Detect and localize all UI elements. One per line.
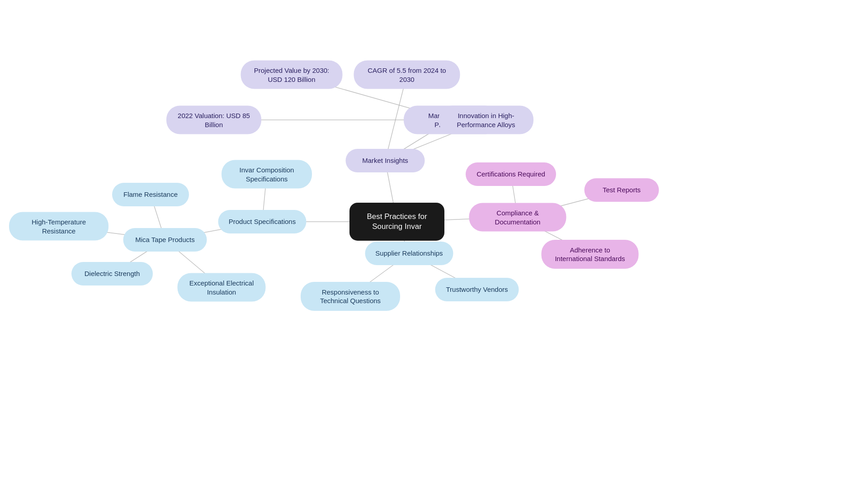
node-dielectric: Dielectric Strength [71, 262, 153, 285]
node-valuation_2022: 2022 Valuation: USD 85 Billion [166, 106, 261, 134]
node-center: Best Practices for Sourcing Invar [349, 203, 444, 241]
node-cagr: CAGR of 5.5 from 2024 to 2030 [354, 61, 460, 89]
node-projected_value: Projected Value by 2030: USD 120 Billion [241, 61, 343, 89]
node-product_specs: Product Specifications [218, 210, 307, 233]
node-supplier_rel: Supplier Relationships [365, 242, 453, 265]
node-trustworthy: Trustworthy Vendors [435, 278, 519, 301]
node-adherence: Adherence to International Standards [542, 240, 639, 269]
node-market_insights: Market Insights [346, 149, 425, 172]
node-certifications: Certifications Required [466, 162, 556, 186]
node-flame_resist: Flame Resistance [112, 183, 189, 206]
node-innovation: Innovation in High-Performance Alloys [439, 106, 533, 134]
node-invar_comp: Invar Composition Specifications [222, 160, 312, 189]
node-mica_tape: Mica Tape Products [123, 228, 207, 252]
node-exceptional_elec: Exceptional Electrical Insulation [178, 273, 266, 302]
node-test_reports: Test Reports [585, 178, 659, 202]
node-responsiveness: Responsiveness to Technical Questions [301, 282, 400, 311]
node-compliance: Compliance & Documentation [469, 203, 566, 232]
mind-map-canvas: Best Practices for Sourcing InvarMarket … [0, 0, 868, 490]
node-high_temp: High-Temperature Resistance [9, 212, 108, 241]
